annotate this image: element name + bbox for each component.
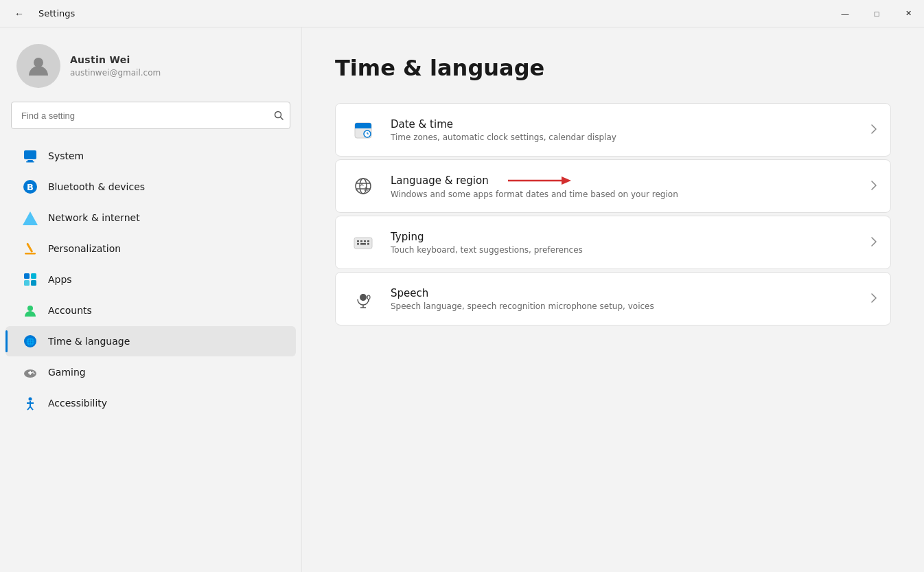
sidebar-item-time-language-label: Time & language xyxy=(48,336,130,347)
svg-point-54 xyxy=(367,295,370,299)
window-controls: — □ ✕ xyxy=(829,0,924,27)
svg-rect-5 xyxy=(26,161,34,163)
svg-rect-13 xyxy=(24,280,30,286)
avatar xyxy=(16,44,60,88)
svg-rect-45 xyxy=(364,240,366,242)
sidebar-item-bluetooth[interactable]: B Bluetooth & devices xyxy=(5,172,296,202)
close-button[interactable]: ✕ xyxy=(892,0,924,27)
sidebar-item-time-language[interactable]: 🌐 Time & language xyxy=(5,326,296,356)
sidebar-item-accessibility-label: Accessibility xyxy=(48,398,107,409)
date-time-text: Date & time Time zones, automatic clock … xyxy=(391,118,857,142)
svg-text:🌐: 🌐 xyxy=(26,337,35,346)
date-time-card[interactable]: Date & time Time zones, automatic clock … xyxy=(335,103,891,157)
speech-text: Speech Speech language, speech recogniti… xyxy=(391,287,857,311)
date-time-desc: Time zones, automatic clock settings, ca… xyxy=(391,133,857,142)
sidebar-item-gaming-label: Gaming xyxy=(48,367,86,378)
search-icon xyxy=(274,111,284,120)
svg-line-2 xyxy=(281,117,284,120)
svg-rect-14 xyxy=(31,280,36,286)
speech-chevron xyxy=(871,293,877,305)
svg-rect-12 xyxy=(31,273,36,279)
svg-rect-9 xyxy=(25,253,36,255)
apps-icon xyxy=(22,271,38,288)
speech-desc: Speech language, speech recognition micr… xyxy=(391,301,857,311)
sidebar-item-personalization-label: Personalization xyxy=(48,243,121,254)
language-region-icon: A あ xyxy=(349,172,377,200)
search-input[interactable] xyxy=(11,102,290,129)
svg-point-0 xyxy=(34,58,43,67)
personalization-icon xyxy=(22,240,38,257)
sidebar-item-apps[interactable]: Apps xyxy=(5,264,296,295)
back-button[interactable]: ← xyxy=(8,3,30,25)
sidebar-item-system[interactable]: System xyxy=(5,141,296,171)
page-title: Time & language xyxy=(335,55,891,81)
typing-card[interactable]: Typing Touch keyboard, text suggestions,… xyxy=(335,216,891,269)
svg-rect-3 xyxy=(24,150,36,159)
date-time-chevron xyxy=(871,124,877,136)
typing-title: Typing xyxy=(391,231,857,243)
svg-line-27 xyxy=(30,407,33,410)
typing-chevron xyxy=(871,237,877,249)
app-body: Austin Wei austinwei@gmail.com xyxy=(0,27,924,572)
sidebar-item-accounts[interactable]: Accounts xyxy=(5,295,296,325)
gaming-icon xyxy=(22,364,38,380)
network-icon xyxy=(22,209,38,226)
svg-rect-46 xyxy=(367,240,369,242)
svg-rect-43 xyxy=(357,240,359,242)
accounts-icon xyxy=(22,302,38,319)
titlebar-left: ← Settings xyxy=(8,3,75,25)
sidebar-item-system-label: System xyxy=(48,150,84,161)
speech-title: Speech xyxy=(391,287,857,299)
svg-rect-49 xyxy=(367,243,369,245)
svg-rect-44 xyxy=(360,240,362,242)
svg-rect-30 xyxy=(355,126,371,128)
accessibility-icon xyxy=(22,395,38,411)
typing-text: Typing Touch keyboard, text suggestions,… xyxy=(391,231,857,255)
time-language-icon: 🌐 xyxy=(22,333,38,350)
user-name: Austin Wei xyxy=(70,54,161,65)
language-region-title: Language & region xyxy=(391,174,857,187)
search-box xyxy=(11,102,290,129)
language-region-desc: Windows and some apps format dates and t… xyxy=(391,190,857,199)
sidebar-item-network[interactable]: Network & internet xyxy=(5,203,296,233)
content-area: Time & language Date & time Time zones, … xyxy=(302,27,924,572)
svg-point-23 xyxy=(29,398,32,401)
svg-rect-51 xyxy=(361,294,365,301)
speech-card[interactable]: Speech Speech language, speech recogniti… xyxy=(335,272,891,325)
sidebar-item-gaming[interactable]: Gaming xyxy=(5,357,296,387)
svg-point-15 xyxy=(27,306,33,311)
svg-rect-4 xyxy=(27,160,33,161)
svg-point-22 xyxy=(34,373,35,374)
system-icon xyxy=(22,148,38,164)
language-region-card[interactable]: A あ Language & region Windows and some a… xyxy=(335,159,891,213)
language-region-text: Language & region Windows and some apps … xyxy=(391,174,857,199)
sidebar-item-accessibility[interactable]: Accessibility xyxy=(5,388,296,418)
minimize-button[interactable]: — xyxy=(829,0,861,27)
user-info: Austin Wei austinwei@gmail.com xyxy=(70,54,161,78)
svg-rect-20 xyxy=(30,371,31,375)
search-button[interactable] xyxy=(274,111,284,120)
typing-icon xyxy=(349,229,377,256)
svg-marker-41 xyxy=(562,176,571,185)
svg-marker-8 xyxy=(23,211,38,225)
svg-rect-48 xyxy=(360,243,366,245)
titlebar: ← Settings — □ ✕ xyxy=(0,0,924,27)
sidebar-item-accounts-label: Accounts xyxy=(48,305,92,316)
sidebar-item-personalization[interactable]: Personalization xyxy=(5,233,296,264)
svg-rect-10 xyxy=(26,242,33,252)
app-title: Settings xyxy=(38,8,75,19)
svg-rect-47 xyxy=(357,243,359,245)
date-time-icon xyxy=(349,116,377,144)
red-arrow xyxy=(505,174,574,187)
user-section[interactable]: Austin Wei austinwei@gmail.com xyxy=(0,27,301,102)
sidebar-nav: System B Bluetooth & devices xyxy=(0,140,301,419)
svg-rect-11 xyxy=(24,273,30,279)
svg-point-21 xyxy=(32,371,34,373)
avatar-icon xyxy=(26,54,51,78)
sidebar-item-network-label: Network & internet xyxy=(48,212,140,223)
maximize-button[interactable]: □ xyxy=(861,0,892,27)
sidebar: Austin Wei austinwei@gmail.com xyxy=(0,27,302,572)
typing-desc: Touch keyboard, text suggestions, prefer… xyxy=(391,245,857,255)
svg-text:B: B xyxy=(27,182,34,192)
svg-text:あ: あ xyxy=(364,186,369,192)
